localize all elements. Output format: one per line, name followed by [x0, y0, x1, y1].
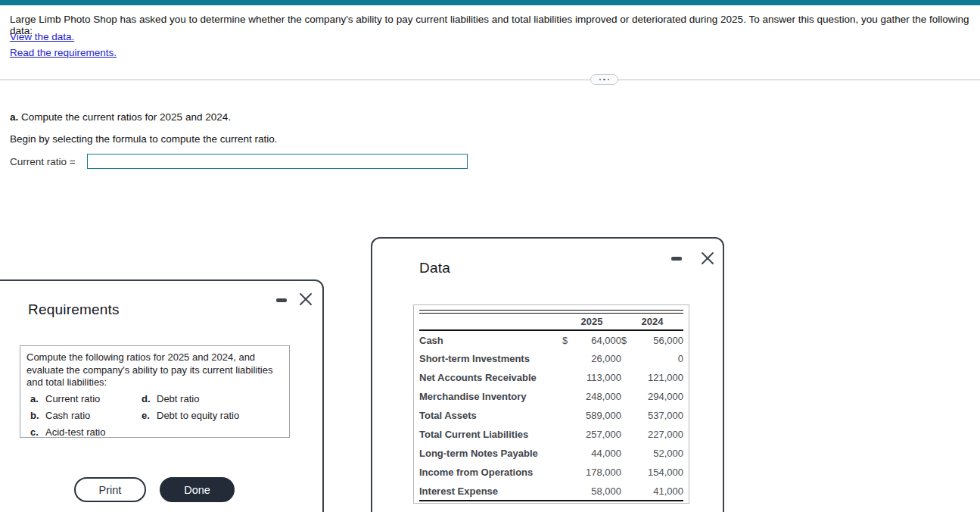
currency-sign: [621, 425, 635, 444]
requirement-item-a: a. Current ratio: [30, 393, 142, 404]
row-label: Interest Expense: [419, 482, 562, 501]
value-2024: 41,000: [635, 482, 683, 501]
financial-data-table: 2025 2024 Cash $ 64,000 $ 56,000 Short-t…: [413, 304, 689, 504]
top-accent-bar: [0, 0, 980, 5]
minimize-icon[interactable]: [671, 257, 682, 261]
table-row: Short-term Investments 26,000 0: [419, 349, 683, 368]
requirement-item-b: b. Cash ratio: [30, 410, 142, 421]
value-2025: 248,000: [574, 387, 621, 406]
value-2025: 64,000: [574, 330, 621, 349]
currency-sign: [621, 463, 635, 482]
requirements-dialog-title: Requirements: [28, 301, 120, 318]
value-2025: 589,000: [574, 406, 621, 425]
row-label: Long-term Notes Payable: [419, 444, 562, 463]
value-2024: 537,000: [635, 406, 683, 425]
year-header-2025: 2025: [562, 314, 621, 330]
minimize-icon[interactable]: [276, 298, 287, 302]
ellipsis-icon: [599, 79, 602, 81]
ellipsis-icon: [603, 79, 605, 81]
currency-sign: $: [621, 330, 635, 349]
value-2025: 58,000: [574, 482, 621, 501]
requirement-text: Debt to equity ratio: [157, 410, 239, 421]
value-2024: 294,000: [635, 387, 683, 406]
read-requirements-link[interactable]: Read the requirements.: [10, 47, 117, 58]
currency-sign: [562, 444, 574, 463]
currency-sign: [621, 349, 635, 368]
row-label: Income from Operations: [419, 463, 562, 482]
value-2024: 56,000: [635, 330, 683, 349]
currency-sign: [562, 349, 574, 368]
value-2025: 44,000: [574, 444, 621, 463]
currency-sign: [562, 463, 574, 482]
question-part-text: Compute the current ratios for 2025 and …: [18, 111, 231, 123]
value-2025: 26,000: [574, 349, 621, 368]
currency-sign: [621, 444, 635, 463]
divider-ellipsis-button[interactable]: [590, 74, 618, 85]
value-2025: 113,000: [574, 368, 621, 387]
ellipsis-icon: [608, 79, 610, 81]
currency-sign: [562, 482, 574, 501]
current-ratio-label: Current ratio =: [10, 156, 76, 167]
requirements-list: a. Current ratio d. Debt ratio b. Cash r…: [30, 393, 283, 438]
value-2024: 154,000: [635, 463, 683, 482]
table-row: Interest Expense 58,000 41,000: [419, 482, 683, 501]
table-row: Merchandise Inventory 248,000 294,000: [419, 387, 683, 406]
close-icon[interactable]: [299, 292, 313, 306]
requirement-text: Current ratio: [45, 393, 100, 404]
currency-sign: [562, 387, 574, 406]
requirements-intro: Compute the following ratios for 2025 an…: [26, 351, 283, 389]
table-row: Cash $ 64,000 $ 56,000: [419, 330, 683, 349]
value-2025: 257,000: [574, 425, 621, 444]
question-part-letter: a.: [10, 111, 18, 123]
problem-statement: Large Limb Photo Shop has asked you to d…: [10, 14, 969, 36]
requirement-letter: b.: [30, 410, 45, 421]
requirement-text: Acid-test ratio: [45, 426, 105, 438]
table-row: Long-term Notes Payable 44,000 52,000: [419, 444, 683, 463]
data-dialog: Data 2025 2024: [371, 237, 724, 512]
close-icon[interactable]: [701, 251, 714, 265]
currency-sign: [621, 387, 635, 406]
requirement-item-d: d. Debt ratio: [142, 393, 283, 404]
view-data-link[interactable]: View the data.: [10, 31, 74, 42]
table-row: Income from Operations 178,000 154,000: [419, 463, 683, 482]
requirement-letter: e.: [142, 410, 157, 421]
value-2024: 121,000: [635, 368, 683, 387]
value-2024: 227,000: [635, 425, 683, 444]
table-row: Total Current Liabilities 257,000 227,00…: [419, 425, 683, 444]
requirement-letter: c.: [30, 426, 45, 438]
currency-sign: [621, 406, 635, 425]
print-button[interactable]: Print: [74, 477, 146, 502]
value-2025: 178,000: [574, 463, 621, 482]
empty-header-cell: [419, 314, 562, 330]
section-divider: [0, 80, 980, 80]
table-row: Net Accounts Receivable 113,000 121,000: [419, 368, 683, 387]
currency-sign: [562, 368, 574, 387]
requirement-text: Debt ratio: [157, 393, 199, 404]
page: Large Limb Photo Shop has asked you to d…: [0, 0, 980, 512]
row-label: Cash: [419, 330, 562, 349]
currency-sign: [621, 368, 635, 387]
data-dialog-title: Data: [419, 260, 450, 276]
done-button[interactable]: Done: [160, 477, 235, 502]
requirements-dialog: Requirements Compute the following ratio…: [0, 279, 324, 512]
requirements-text-box: Compute the following ratios for 2025 an…: [20, 345, 290, 438]
requirement-item-c: c. Acid-test ratio: [30, 426, 142, 438]
year-header-2024: 2024: [621, 314, 683, 330]
question-part-a: a. Compute the current ratios for 2025 a…: [10, 111, 231, 123]
currency-sign: [562, 406, 574, 425]
table-header-row: 2025 2024: [419, 314, 683, 330]
currency-sign: $: [562, 330, 574, 349]
row-label: Merchandise Inventory: [419, 387, 562, 406]
current-ratio-formula-input[interactable]: [87, 154, 468, 169]
row-label: Total Assets: [419, 406, 562, 425]
currency-sign: [562, 425, 574, 444]
row-label: Short-term Investments: [419, 349, 562, 368]
value-2024: 52,000: [635, 444, 683, 463]
requirement-letter: a.: [30, 393, 45, 404]
requirement-item-e: e. Debt to equity ratio: [142, 410, 283, 421]
table-row: Total Assets 589,000 537,000: [419, 406, 683, 425]
currency-sign: [621, 482, 635, 501]
row-label: Net Accounts Receivable: [419, 368, 562, 387]
value-2024: 0: [635, 349, 683, 368]
question-instruction: Begin by selecting the formula to comput…: [10, 133, 277, 145]
